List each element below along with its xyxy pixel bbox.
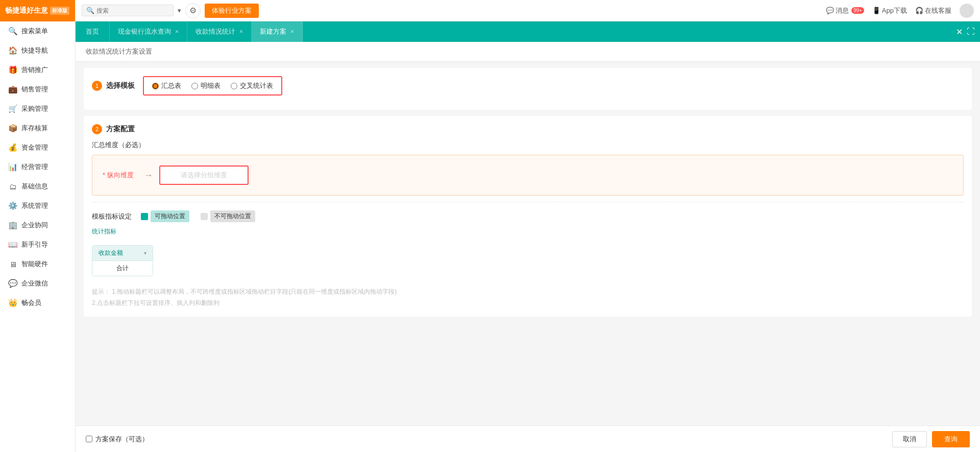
sidebar-item-label: 系统管理 <box>21 201 48 210</box>
finance-icon: 💰 <box>8 143 17 152</box>
metrics-setting-label: 模板指标设定 <box>92 212 132 221</box>
sidebar-item-marketing[interactable]: 🎁 营销推广 <box>0 60 75 80</box>
tab-receipts[interactable]: 收款情况统计 × <box>187 21 252 42</box>
tab-cashflow-label: 现金银行流水查询 <box>118 27 171 36</box>
topbar: 🔍 ▾ ⚙ 体验行业方案 💬 消息 99+ 📱 App下载 🎧 在线客服 <box>76 0 980 21</box>
sidebar-item-label: 销售管理 <box>21 85 48 94</box>
inventory-icon: 📦 <box>8 124 17 133</box>
close-receipts-tab[interactable]: × <box>239 28 243 35</box>
service-icon: 🎧 <box>915 7 923 14</box>
wechat-icon: 💬 <box>8 279 17 288</box>
hint-2: 2.点击标题栏下拉可设置排序、插入列和删除列 <box>92 298 964 309</box>
logo-badge: 标准版 <box>50 7 69 15</box>
step2-section: 2 方案配置 汇总维度（必选） 纵向维度 → 请选择分组维度 模板指标设定 可拖… <box>84 116 972 317</box>
sidebar-item-basicinfo[interactable]: 🗂 基础信息 <box>0 177 75 196</box>
metrics-row-total: 合计 <box>92 261 153 276</box>
template-options: 汇总表 明细表 交叉统计表 <box>143 76 282 96</box>
sidebar-item-label: 企业微信 <box>21 279 48 288</box>
page-content: 收款情况统计方案设置 1 选择模板 汇总表 明细表 <box>76 42 980 452</box>
query-button[interactable]: 查询 <box>932 431 970 447</box>
sidebar-item-label: 营销推广 <box>21 65 48 75</box>
message-icon: 💬 <box>826 7 834 14</box>
close-newplan-tab[interactable]: × <box>290 28 294 35</box>
sidebar-item-operations[interactable]: 📊 经营管理 <box>0 157 75 177</box>
dimension-selector[interactable]: 请选择分组维度 <box>159 165 249 185</box>
notifications-badge: 99+ <box>851 7 864 14</box>
metrics-box-header[interactable]: 收款金额 ▾ <box>92 246 153 261</box>
save-plan-checkbox[interactable] <box>86 436 92 442</box>
radio-detail[interactable]: 明细表 <box>191 81 220 90</box>
metrics-setting-row: 模板指标设定 可拖动位置 不可拖动位置 <box>92 210 964 222</box>
draggable-color-indicator <box>141 213 148 220</box>
radio-cross-input[interactable] <box>231 83 237 89</box>
dropdown-arrow[interactable]: ▾ <box>178 7 181 14</box>
tab-home[interactable]: 首页 <box>76 21 110 42</box>
sidebar: 畅捷通好生意 标准版 🔍 搜索菜单 🏠 快捷导航 🎁 营销推广 💼 销售管理 🛒… <box>0 0 76 452</box>
download-item[interactable]: 📱 App下载 <box>872 6 907 15</box>
tab-newplan[interactable]: 新建方案 × <box>252 21 303 42</box>
sidebar-item-label: 采购管理 <box>21 104 48 113</box>
sidebar-item-member[interactable]: 👑 畅会员 <box>0 293 75 313</box>
enterprise-icon: 🏢 <box>8 221 17 230</box>
notifications-item[interactable]: 💬 消息 99+ <box>826 6 864 15</box>
settings-button[interactable]: ⚙ <box>185 3 201 18</box>
step1-label: 选择模板 <box>106 81 135 90</box>
topbar-left: 🔍 ▾ ⚙ 体验行业方案 <box>82 3 259 18</box>
sidebar-item-sales[interactable]: 💼 销售管理 <box>0 80 75 99</box>
maximize-button[interactable]: ⛶ <box>967 27 975 36</box>
close-cashflow-tab[interactable]: × <box>175 28 179 35</box>
sidebar-item-label: 搜索菜单 <box>21 27 48 36</box>
sidebar-item-purchase[interactable]: 🛒 采购管理 <box>0 99 75 118</box>
sidebar-item-guide[interactable]: 📖 新手引导 <box>0 235 75 254</box>
radio-summary-input[interactable] <box>152 83 159 89</box>
tab-receipts-label: 收款情况统计 <box>195 27 235 36</box>
radio-cross[interactable]: 交叉统计表 <box>231 81 273 90</box>
download-icon: 📱 <box>872 7 880 14</box>
service-label: 在线客服 <box>925 6 951 15</box>
sidebar-item-inventory[interactable]: 📦 库存核算 <box>0 118 75 138</box>
radio-detail-input[interactable] <box>191 83 198 89</box>
sidebar-item-quicknav[interactable]: 🏠 快捷导航 <box>0 41 75 60</box>
radio-summary[interactable]: 汇总表 <box>152 81 181 90</box>
system-icon: ⚙️ <box>8 201 17 210</box>
search-box[interactable]: 🔍 <box>82 5 174 16</box>
download-label: App下载 <box>882 6 907 15</box>
topbar-right: 💬 消息 99+ 📱 App下载 🎧 在线客服 <box>826 4 974 18</box>
radio-cross-label: 交叉统计表 <box>240 81 273 90</box>
search-input[interactable] <box>96 7 168 14</box>
close-all-tabs[interactable]: ✕ <box>956 27 963 37</box>
sidebar-item-label: 资金管理 <box>21 143 48 152</box>
vertical-dim-label: 纵向维度 <box>103 171 134 180</box>
sidebar-item-label: 畅会员 <box>21 298 41 307</box>
service-item[interactable]: 🎧 在线客服 <box>915 6 951 15</box>
cancel-button[interactable]: 取消 <box>892 431 927 447</box>
non-draggable-color-indicator <box>201 213 208 220</box>
sidebar-item-enterprise[interactable]: 🏢 企业协同 <box>0 216 75 235</box>
radio-summary-label: 汇总表 <box>161 81 181 90</box>
non-draggable-label: 不可拖动位置 <box>210 210 255 222</box>
metrics-box: 收款金额 ▾ 合计 <box>92 245 153 276</box>
industry-button[interactable]: 体验行业方案 <box>205 4 259 18</box>
section-divider <box>92 202 964 202</box>
metrics-container: 统计指标 收款金额 ▾ 合计 <box>92 227 964 276</box>
sidebar-item-finance[interactable]: 💰 资金管理 <box>0 138 75 157</box>
user-avatar[interactable] <box>960 4 974 18</box>
tab-cashflow[interactable]: 现金银行流水查询 × <box>110 21 187 42</box>
draggable-info: 可拖动位置 <box>141 210 189 222</box>
sidebar-item-label: 库存核算 <box>21 124 48 133</box>
basicinfo-icon: 🗂 <box>8 182 17 191</box>
sidebar-item-wechat[interactable]: 💬 企业微信 <box>0 274 75 293</box>
tab-home-label: 首页 <box>86 27 99 36</box>
dimension-placeholder: 请选择分组维度 <box>181 171 227 179</box>
sidebar-item-search[interactable]: 🔍 搜索菜单 <box>0 21 75 41</box>
page-header: 收款情况统计方案设置 <box>76 42 980 62</box>
guide-icon: 📖 <box>8 240 17 249</box>
step2-label: 方案配置 <box>106 125 135 134</box>
draggable-label: 可拖动位置 <box>151 210 189 222</box>
non-draggable-info: 不可拖动位置 <box>201 210 255 222</box>
sidebar-item-system[interactable]: ⚙️ 系统管理 <box>0 196 75 216</box>
sidebar-item-hardware[interactable]: 🖥 智能硬件 <box>0 254 75 274</box>
home-icon: 🏠 <box>8 46 17 55</box>
sidebar-item-label: 快捷导航 <box>21 46 48 55</box>
hint-1: 提示： 1.拖动标题栏可以调整布局，不可跨维度或指标区域拖动栏目字段(只能在同一… <box>92 287 964 298</box>
